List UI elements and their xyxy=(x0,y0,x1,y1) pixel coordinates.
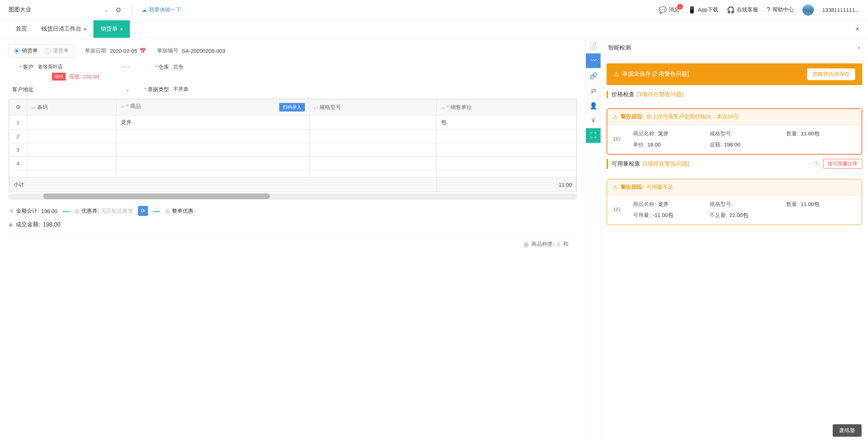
tool-doc[interactable]: 📄 xyxy=(586,38,601,53)
table-row[interactable]: 3 xyxy=(9,143,577,157)
user-phone[interactable]: 13381111111... xyxy=(822,7,859,13)
trash-button[interactable]: 废纸篓 xyxy=(833,424,862,437)
cell-product[interactable] xyxy=(117,143,310,157)
cell-product[interactable]: 龙井 xyxy=(117,115,310,130)
help-icon: ? xyxy=(767,6,770,14)
cell-barcode[interactable] xyxy=(27,170,117,178)
avatar[interactable] xyxy=(802,4,814,16)
gear-icon[interactable]: ⚙ xyxy=(116,6,121,14)
sort-icon: ▴▾ xyxy=(314,106,318,110)
headset-icon: 🎧 xyxy=(727,6,735,14)
app-download-link[interactable]: 📱 App下载 xyxy=(688,6,718,14)
col-settings[interactable]: ⚙ xyxy=(9,99,27,115)
refresh-button[interactable]: ⟳ xyxy=(138,206,148,216)
ship-by-avail-button[interactable]: 按可用量出库 xyxy=(823,159,862,169)
cell-product[interactable] xyxy=(117,170,310,178)
p-amount-value: 198.00 xyxy=(724,141,740,148)
deal-amount-label: 成交金额: xyxy=(16,221,40,228)
cell-barcode[interactable] xyxy=(27,115,117,130)
tool-user[interactable]: 👤 xyxy=(586,98,601,113)
help-icon[interactable]: ? xyxy=(813,161,820,167)
cell-unit[interactable]: 包 xyxy=(436,115,576,130)
customer-label: 客户 xyxy=(23,64,34,70)
cell-spec[interactable] xyxy=(309,130,436,143)
a-name-value: 龙井 xyxy=(658,201,669,208)
experience-link[interactable]: ☁ 我要体验一下 xyxy=(142,6,181,13)
cell-spec[interactable] xyxy=(309,143,436,157)
radio-sale[interactable]: 销货单 xyxy=(14,47,38,54)
company-selector[interactable]: 图图大业 ⌄ xyxy=(9,6,108,14)
cell-product[interactable] xyxy=(117,130,310,143)
a-name-label: 商品名称: xyxy=(633,201,656,208)
online-service-link[interactable]: 🎧 在线客服 xyxy=(727,6,758,14)
cell-barcode[interactable] xyxy=(27,130,117,143)
h-scrollbar[interactable] xyxy=(9,193,577,199)
tab-sales-order[interactable]: 销货单 × xyxy=(93,20,130,38)
ignore-save-button[interactable]: 忽略警告并保存 xyxy=(807,68,855,80)
cell-unit[interactable] xyxy=(436,170,576,178)
cell-spec[interactable] xyxy=(309,115,436,130)
warehouse-input[interactable]: 总仓 xyxy=(173,64,265,71)
help-center-link[interactable]: ? 帮助中心 xyxy=(767,6,794,14)
panel-title: 智能检测 xyxy=(608,44,631,52)
tool-link[interactable]: 🔗 xyxy=(586,68,601,83)
alert-banner: ⚠ 单据未保存 [2 项警告问题] 忽略警告并保存 xyxy=(607,63,862,85)
cust-addr-input[interactable]: ⌄ xyxy=(38,87,130,93)
customer-value: 老张茶叶店 xyxy=(38,64,63,70)
table-row[interactable]: 4 xyxy=(9,157,577,170)
price-warn-reason: ⚠ 警告原因: 你上次与该客户交易价格21，本次18元 xyxy=(607,109,862,125)
sort-icon: ▴▾ xyxy=(441,106,445,110)
price-check-block: 价格检查 [1项存在警告问题] xyxy=(607,91,862,98)
top-left: 图图大业 ⌄ ⚙ ☁ 我要体验一下 xyxy=(9,5,181,15)
messages-link[interactable]: 💬 消息 … xyxy=(659,6,679,14)
doc-no-label: 单据编号 xyxy=(157,47,178,54)
p-name-label: 商品名称: xyxy=(633,130,656,137)
avail-check-title-text: 可用量检查 xyxy=(612,160,640,168)
customer-input[interactable]: 老张茶叶店 ··· xyxy=(38,64,130,71)
cell-unit[interactable] xyxy=(436,130,576,143)
amount-total-label: 金额合计: xyxy=(16,208,39,214)
cloud-icon: ☁ xyxy=(142,7,147,13)
cell-barcode[interactable] xyxy=(27,157,117,170)
scrollbar-thumb[interactable] xyxy=(43,193,270,199)
scan-button[interactable]: 扫码录入 xyxy=(279,103,305,111)
col-barcode[interactable]: ▴▾条码 xyxy=(27,99,117,115)
table-row[interactable]: 2 xyxy=(9,130,577,143)
tab-home-label: 首页 xyxy=(16,25,27,33)
tool-chart[interactable]: 〰 xyxy=(586,53,601,68)
cell-barcode[interactable] xyxy=(27,143,117,157)
invoice-type-label: 票据类型 xyxy=(148,86,169,92)
cell-spec[interactable] xyxy=(309,157,436,170)
bottom-bar: ◎ 商品种类: 1 和 xyxy=(9,235,577,253)
tab-workbench[interactable]: 钱货日清工作台 × xyxy=(34,20,93,38)
close-icon[interactable]: × xyxy=(83,26,86,32)
coupon-placeholder[interactable]: 无匹配优惠券 xyxy=(101,208,133,214)
col-product[interactable]: ▴▾*商品扫码录入 xyxy=(117,99,310,115)
panel-header: 智能检测 × xyxy=(601,38,868,58)
cell-unit[interactable] xyxy=(436,157,576,170)
tab-home[interactable]: 首页 xyxy=(9,20,34,38)
table-row[interactable] xyxy=(9,170,577,178)
online-service-label: 在线客服 xyxy=(737,6,758,13)
col-unit[interactable]: ▴▾*销售单位 xyxy=(436,99,576,115)
radio-return[interactable]: 退货单 xyxy=(45,47,69,54)
tool-yen[interactable]: ¥ xyxy=(586,113,601,128)
col-spec[interactable]: ▴▾规格型号 xyxy=(309,99,436,115)
cell-spec[interactable] xyxy=(309,170,436,178)
cell-unit[interactable] xyxy=(436,143,576,157)
tool-expand[interactable]: ⛶ xyxy=(586,128,601,143)
subtotal-label: 小计 xyxy=(9,178,437,192)
avail-check-count: [1项存在警告问题] xyxy=(643,160,689,168)
tool-exchange[interactable]: ⇄ xyxy=(586,83,601,98)
notification-badge: … xyxy=(677,4,683,10)
more-icon[interactable]: ··· xyxy=(123,64,130,70)
doc-date-input[interactable]: 2020-02-05 📅 xyxy=(110,48,146,54)
cell-product[interactable] xyxy=(117,157,310,170)
yen-icon: ￥ xyxy=(9,208,14,214)
warn-reason-label: 警告原因: xyxy=(621,184,644,191)
invoice-type-input[interactable]: 不开票 xyxy=(173,86,265,93)
table-row[interactable]: 1龙井包 xyxy=(9,115,577,130)
close-all-icon[interactable]: × xyxy=(855,25,859,33)
close-icon[interactable]: × xyxy=(857,44,861,52)
close-icon[interactable]: × xyxy=(120,26,123,32)
